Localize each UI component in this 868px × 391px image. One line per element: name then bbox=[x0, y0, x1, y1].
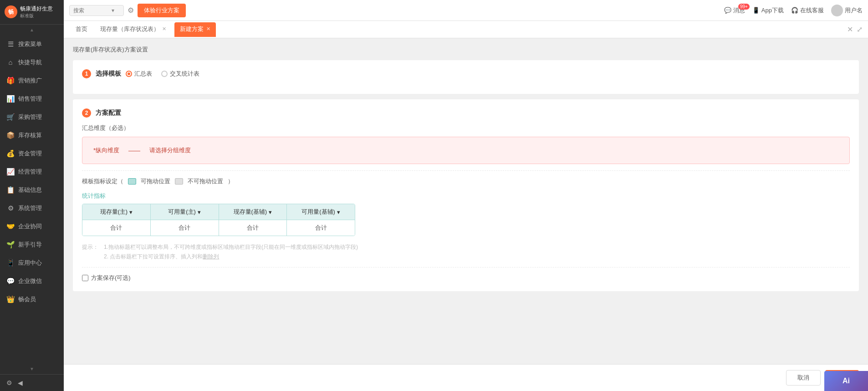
non-draggable-label: 不可拖动位置 bbox=[188, 177, 223, 185]
template-config-row: 模板指标设定（ 可拖动位置 不可拖动位置 ） bbox=[82, 177, 850, 185]
col2-dropdown-icon[interactable]: ▾ bbox=[269, 209, 272, 216]
search-menu-icon: ☰ bbox=[6, 40, 15, 48]
corp-wechat-label: 企业微信 bbox=[18, 277, 42, 285]
sidebar-item-app-center[interactable]: 📱应用中心 bbox=[0, 254, 64, 272]
sidebar-item-system-mgmt[interactable]: ⚙系统管理 bbox=[0, 199, 64, 217]
sidebar-item-sales-mgmt[interactable]: 📊销售管理 bbox=[0, 90, 64, 108]
topbar-search-box[interactable]: ▾ bbox=[69, 5, 124, 16]
topbar-right: 💬 消息 99+ 📱 App下载 🎧 在线客服 用户名 bbox=[724, 5, 863, 16]
sidebar-item-corp-agreement[interactable]: 🤝企业协同 bbox=[0, 217, 64, 236]
sidebar-item-marketing[interactable]: 🎁营销推广 bbox=[0, 72, 64, 90]
dim-required-label: *纵向维度 bbox=[93, 146, 119, 154]
draggable-indicator-box bbox=[128, 178, 136, 185]
corp-agreement-icon: 🤝 bbox=[6, 222, 15, 231]
stats-header-col-2[interactable]: 现存量(基辅) ▾ bbox=[219, 204, 287, 220]
stats-cell-0-1: 合计 bbox=[151, 220, 219, 236]
settings-icon[interactable]: ⚙ bbox=[6, 379, 12, 386]
tab-new-plan[interactable]: 新建方案 ✕ bbox=[174, 22, 216, 37]
template-config-end: ） bbox=[228, 177, 234, 185]
page-title: 现存量(库存状况表)方案设置 bbox=[73, 46, 859, 54]
app-center-icon: 📱 bbox=[6, 259, 15, 267]
dimension-box: *纵向维度 —— 请选择分组维度 bbox=[82, 137, 850, 164]
stats-cell-0-2: 合计 bbox=[219, 220, 287, 236]
stats-table: 现存量(主) ▾ 可用量(主) ▾ 现存量(基辅) ▾ 可用量(基辅) bbox=[82, 204, 355, 236]
message-icon: 💬 bbox=[724, 7, 731, 14]
industry-plan-button[interactable]: 体验行业方案 bbox=[138, 4, 186, 17]
sidebar-item-operations[interactable]: 📈经营管理 bbox=[0, 163, 64, 181]
close-panel-icon[interactable]: ✕ bbox=[847, 25, 853, 34]
username-label: 用户名 bbox=[845, 6, 863, 15]
dim-placeholder-label[interactable]: 请选择分组维度 bbox=[149, 146, 191, 154]
stats-header-col-1[interactable]: 可用量(主) ▾ bbox=[151, 204, 219, 220]
radio-summary[interactable]: 汇总表 bbox=[126, 70, 152, 78]
search-menu-label: 搜索菜单 bbox=[18, 40, 42, 48]
sidebar-item-inventory[interactable]: 📦库存核算 bbox=[0, 126, 64, 144]
hint-2: 2. 点击标题栏下拉可设置排序、插入列和删除列 bbox=[82, 253, 850, 261]
sidebar-scroll-down[interactable]: ▼ bbox=[0, 364, 64, 374]
hint-delete-link[interactable]: 删除列 bbox=[203, 253, 219, 260]
online-service-button[interactable]: 🎧 在线客服 bbox=[791, 6, 824, 15]
sidebar: 畅 畅康通好生意 标准版 ▲ ☰搜索菜单⌂快捷导航🎁营销推广📊销售管理🛒采购管理… bbox=[0, 0, 64, 391]
tab-home-label: 首页 bbox=[76, 25, 87, 33]
ai-float-button[interactable]: Ai bbox=[824, 371, 868, 391]
member-icon: 👑 bbox=[6, 295, 15, 304]
operations-label: 经营管理 bbox=[18, 168, 42, 176]
col0-dropdown-icon[interactable]: ▾ bbox=[129, 209, 133, 216]
collapse-icon[interactable]: ◀ bbox=[18, 379, 23, 386]
step2-card: 2 方案配置 汇总维度（必选） *纵向维度 —— 请选择分组维度 模板指标设定（… bbox=[73, 99, 859, 291]
avatar bbox=[831, 5, 843, 16]
user-button[interactable]: 用户名 bbox=[831, 5, 863, 16]
quick-nav-label: 快捷导航 bbox=[18, 58, 42, 67]
stats-header-row: 现存量(主) ▾ 可用量(主) ▾ 现存量(基辅) ▾ 可用量(基辅) bbox=[82, 204, 355, 220]
radio-crosstab[interactable]: 交叉统计表 bbox=[161, 70, 199, 78]
app-download-button[interactable]: 📱 App下载 bbox=[752, 6, 784, 15]
search-input[interactable] bbox=[73, 7, 110, 14]
save-checkbox[interactable] bbox=[82, 275, 88, 281]
message-button[interactable]: 💬 消息 99+ bbox=[724, 6, 745, 15]
tab-home[interactable]: 首页 bbox=[69, 21, 94, 38]
marketing-label: 营销推广 bbox=[18, 77, 42, 85]
sidebar-item-search-menu[interactable]: ☰搜索菜单 bbox=[0, 35, 64, 53]
sales-mgmt-label: 销售管理 bbox=[18, 95, 42, 103]
sidebar-item-corp-wechat[interactable]: 💬企业微信 bbox=[0, 272, 64, 290]
inventory-icon: 📦 bbox=[6, 131, 15, 139]
inventory-label: 库存核算 bbox=[18, 131, 42, 139]
sidebar-item-purchase-mgmt[interactable]: 🛒采购管理 bbox=[0, 108, 64, 126]
template-config-label: 模板指标设定（ bbox=[82, 177, 123, 185]
sidebar-item-member[interactable]: 👑畅会员 bbox=[0, 290, 64, 309]
cancel-button[interactable]: 取消 bbox=[786, 370, 821, 386]
stats-section: 统计指标 现存量(主) ▾ 可用量(主) ▾ 现存量(基辅) bbox=[82, 192, 850, 236]
dim-separator: —— bbox=[128, 147, 140, 154]
sidebar-item-finance[interactable]: 💰资金管理 bbox=[0, 144, 64, 163]
sidebar-item-new-guide[interactable]: 🌱新手引导 bbox=[0, 236, 64, 254]
save-row: 方案保存(可选) bbox=[82, 274, 850, 282]
marketing-icon: 🎁 bbox=[6, 77, 15, 85]
sidebar-bottom: ⚙ ◀ bbox=[0, 374, 64, 391]
tab-actions: ✕ ⤢ bbox=[847, 25, 863, 34]
sidebar-item-quick-nav[interactable]: ⌂快捷导航 bbox=[0, 53, 64, 72]
tab-new-plan-close-icon[interactable]: ✕ bbox=[206, 26, 210, 32]
step1-header: 1 选择模板 汇总表 交叉统计表 bbox=[82, 69, 850, 78]
message-badge: 99+ bbox=[738, 4, 750, 10]
tab-inventory-close-icon[interactable]: ✕ bbox=[162, 26, 166, 32]
step1-title: 选择模板 bbox=[96, 70, 121, 78]
topbar: ▾ ⚙ 体验行业方案 💬 消息 99+ 📱 App下载 🎧 在线客服 用户名 bbox=[64, 0, 868, 21]
stats-header-col-3[interactable]: 可用量(基辅) ▾ bbox=[287, 204, 355, 220]
purchase-mgmt-label: 采购管理 bbox=[18, 113, 42, 121]
col3-dropdown-icon[interactable]: ▾ bbox=[337, 209, 340, 216]
tab-inventory-status[interactable]: 现存量（库存状况表） ✕ bbox=[94, 21, 173, 38]
main-area: ▾ ⚙ 体验行业方案 💬 消息 99+ 📱 App下载 🎧 在线客服 用户名 bbox=[64, 0, 868, 391]
app-name: 畅康通好生意 标准版 bbox=[20, 5, 53, 19]
sidebar-scroll-up[interactable]: ▲ bbox=[0, 25, 64, 35]
search-dropdown-icon[interactable]: ▾ bbox=[112, 7, 114, 14]
headset-icon: 🎧 bbox=[791, 7, 798, 14]
purchase-mgmt-icon: 🛒 bbox=[6, 113, 15, 121]
finance-label: 资金管理 bbox=[18, 149, 42, 158]
sidebar-item-base-info[interactable]: 📋基础信息 bbox=[0, 181, 64, 199]
expand-panel-icon[interactable]: ⤢ bbox=[857, 25, 863, 34]
stats-header-col-0[interactable]: 现存量(主) ▾ bbox=[82, 204, 151, 220]
step1-card: 1 选择模板 汇总表 交叉统计表 bbox=[73, 60, 859, 94]
col1-dropdown-icon[interactable]: ▾ bbox=[198, 209, 201, 216]
settings-gear-icon[interactable]: ⚙ bbox=[128, 6, 134, 15]
sidebar-logo: 畅 畅康通好生意 标准版 bbox=[0, 0, 64, 25]
